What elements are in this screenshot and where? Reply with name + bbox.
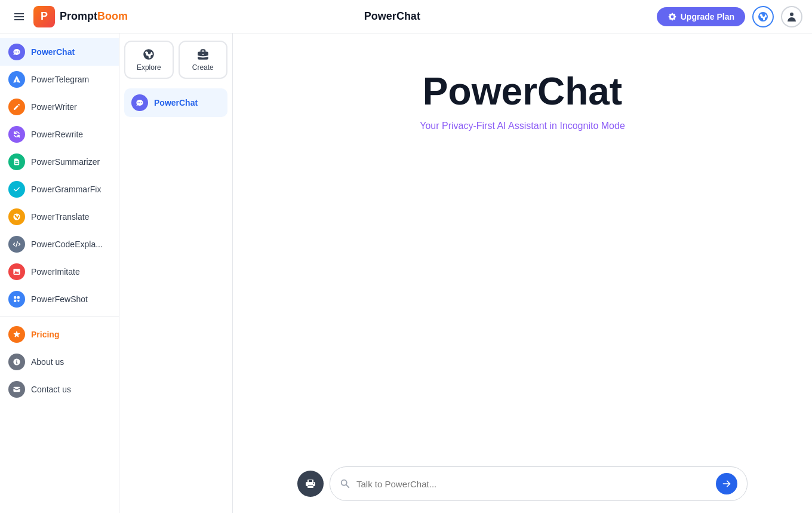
chat-input-wrapper xyxy=(330,466,748,501)
powertelegram-icon xyxy=(8,71,25,88)
powerfewshot-icon xyxy=(8,291,25,308)
sidebar-label-powerwriter: PowerWriter xyxy=(31,102,77,112)
main-layout: PowerChat PowerTelegram PowerWriter Powe… xyxy=(0,33,812,513)
sidebar-label-powersummarizer: PowerSummarizer xyxy=(31,157,100,167)
app-header: P PromptBoom PowerChat Upgrade Plan xyxy=(0,0,812,33)
sidebar-label-pricing: Pricing xyxy=(31,330,59,339)
sidebar-item-about[interactable]: About us xyxy=(0,348,119,376)
print-icon xyxy=(304,478,316,490)
sidebar-label-powerfewshot: PowerFewShot xyxy=(31,294,88,304)
send-button[interactable] xyxy=(716,473,737,494)
sidebar-item-powerwriter[interactable]: PowerWriter xyxy=(0,93,119,121)
send-icon xyxy=(722,479,731,489)
sidebar-label-powertelegram: PowerTelegram xyxy=(31,75,89,84)
hamburger-button[interactable] xyxy=(10,7,29,26)
sidebar-item-powergrammarfix[interactable]: PowerGrammarFix xyxy=(0,176,119,203)
header-right: Upgrade Plan xyxy=(657,6,802,27)
pricing-icon xyxy=(8,326,25,343)
powerimitate-icon xyxy=(8,263,25,280)
sidebar-item-powertelegram[interactable]: PowerTelegram xyxy=(0,66,119,93)
sidebar-item-pricing[interactable]: Pricing xyxy=(0,321,119,348)
sidebar-label-powergrammarfix: PowerGrammarFix xyxy=(31,185,101,194)
logo-text: PromptBoom xyxy=(60,10,128,23)
sidebar-label-powerrewrite: PowerRewrite xyxy=(31,130,83,139)
main-content: PowerChat Your Privacy-First AI Assistan… xyxy=(233,33,812,513)
sidebar-label-about: About us xyxy=(31,357,64,367)
sidebar-label-powerimitate: PowerImitate xyxy=(31,267,80,277)
main-subtitle: Your Privacy-First AI Assistant in Incog… xyxy=(420,121,625,131)
panel-powerchat-icon xyxy=(131,94,148,111)
about-icon xyxy=(8,354,25,370)
tab-create-label: Create xyxy=(192,63,214,72)
sidebar-item-powersummarizer[interactable]: PowerSummarizer xyxy=(0,148,119,176)
globe-button[interactable] xyxy=(752,6,774,27)
header-title: PowerChat xyxy=(364,10,420,23)
search-icon xyxy=(340,478,350,489)
robot-tab-icon xyxy=(196,48,210,61)
panel-active-powerchat[interactable]: PowerChat xyxy=(124,88,227,117)
sidebar-label-powercodeexplain: PowerCodeExpla... xyxy=(31,239,103,249)
tab-create[interactable]: Create xyxy=(179,41,228,79)
sidebar-item-powerchat[interactable]: PowerChat xyxy=(0,38,119,66)
gear-icon xyxy=(668,12,677,21)
sidebar-item-powercodeexplain[interactable]: PowerCodeExpla... xyxy=(0,231,119,258)
powercodeexplain-icon xyxy=(8,236,25,253)
logo-icon: P xyxy=(33,6,55,27)
sidebar-label-powertranslate: PowerTranslate xyxy=(31,212,90,222)
upgrade-button[interactable]: Upgrade Plan xyxy=(657,7,745,26)
second-panel: Explore Create PowerChat xyxy=(119,33,233,513)
sidebar-item-powertranslate[interactable]: PowerTranslate xyxy=(0,203,119,231)
powergrammarfix-icon xyxy=(8,181,25,198)
sidebar-item-powerfewshot[interactable]: PowerFewShot xyxy=(0,285,119,313)
sidebar-item-contact[interactable]: Contact us xyxy=(0,376,119,403)
panel-tabs: Explore Create xyxy=(124,41,227,79)
contact-icon xyxy=(8,381,25,398)
tab-explore[interactable]: Explore xyxy=(124,41,174,79)
sidebar: PowerChat PowerTelegram PowerWriter Powe… xyxy=(0,33,119,513)
avatar-button[interactable] xyxy=(781,6,802,27)
sidebar-divider xyxy=(0,317,119,317)
chat-mode-button[interactable] xyxy=(297,471,324,497)
sidebar-label-contact: Contact us xyxy=(31,385,71,394)
user-icon xyxy=(786,11,798,23)
header-left: P PromptBoom xyxy=(10,6,128,27)
globe-icon xyxy=(757,11,769,23)
main-title: PowerChat xyxy=(423,69,622,113)
panel-active-label: PowerChat xyxy=(154,98,198,107)
tab-explore-label: Explore xyxy=(137,63,161,72)
globe-tab-icon xyxy=(142,48,155,61)
powerwriter-icon xyxy=(8,99,25,115)
sidebar-label-powerchat: PowerChat xyxy=(31,47,75,57)
chat-input[interactable] xyxy=(356,479,710,489)
sidebar-item-powerrewrite[interactable]: PowerRewrite xyxy=(0,121,119,148)
powertranslate-icon xyxy=(8,208,25,225)
powersummarizer-icon xyxy=(8,153,25,170)
upgrade-label: Upgrade Plan xyxy=(681,12,734,21)
powerrewrite-icon xyxy=(8,126,25,143)
sidebar-item-powerimitate[interactable]: PowerImitate xyxy=(0,258,119,285)
chat-input-area xyxy=(233,466,812,501)
powerchat-icon xyxy=(8,44,25,60)
